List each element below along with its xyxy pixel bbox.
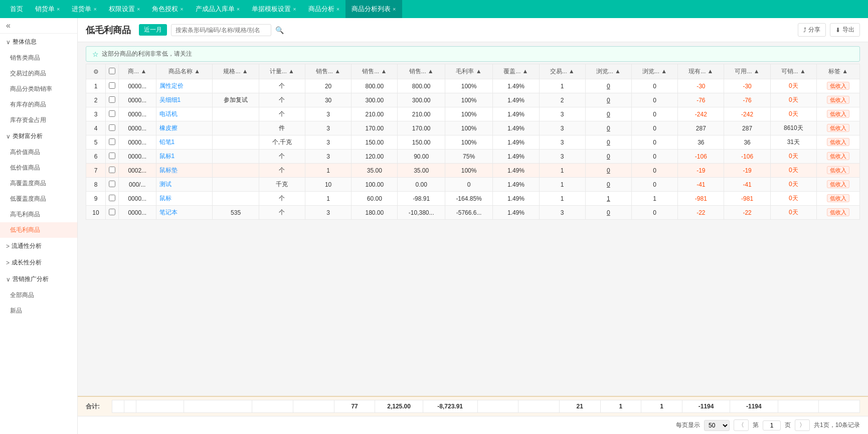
- row-view1[interactable]: 0: [585, 164, 631, 178]
- nav-close-icon[interactable]: ×: [57, 6, 60, 12]
- col-checkbox[interactable]: [106, 64, 119, 79]
- row-checkbox[interactable]: [109, 82, 115, 89]
- date-filter-btn[interactable]: 近一月: [139, 24, 167, 36]
- row-name[interactable]: 笔记本: [156, 206, 213, 220]
- view1-link[interactable]: 0: [607, 181, 610, 188]
- nav-item-单据模板设置[interactable]: 单据模板设置×: [246, 0, 302, 18]
- row-checkbox-cell[interactable]: [106, 150, 119, 164]
- row-checkbox[interactable]: [109, 138, 115, 145]
- nav-item-权限设置[interactable]: 权限设置×: [103, 0, 146, 18]
- row-checkbox-cell[interactable]: [106, 164, 119, 178]
- row-name[interactable]: 吴细细1: [156, 93, 213, 107]
- row-view1[interactable]: 0: [585, 93, 631, 107]
- nav-item-进货单[interactable]: 进货单×: [66, 0, 102, 18]
- sidebar-item-低覆盖度商品[interactable]: 低覆盖度商品: [0, 191, 77, 207]
- export-btn[interactable]: ⬇ 导出: [830, 23, 860, 37]
- sidebar-section-营销推广分析[interactable]: ∨ 营销推广分析: [0, 271, 77, 287]
- col-tag[interactable]: 标签 ▲: [816, 64, 859, 79]
- view1-link[interactable]: 0: [607, 83, 610, 90]
- col-view2[interactable]: 浏览... ▲: [631, 64, 677, 79]
- nav-close-icon[interactable]: ×: [237, 6, 240, 12]
- row-view1[interactable]: 0: [585, 121, 631, 135]
- row-checkbox[interactable]: [109, 181, 115, 187]
- row-name[interactable]: 铅笔1: [156, 135, 213, 150]
- nav-close-icon[interactable]: ×: [180, 6, 183, 12]
- col-unit[interactable]: 计量... ▲: [259, 64, 305, 79]
- col-sellable[interactable]: 可销... ▲: [770, 64, 816, 79]
- sidebar-item-高毛利商品[interactable]: 高毛利商品: [0, 207, 77, 222]
- row-name[interactable]: 电话机: [156, 107, 213, 121]
- row-checkbox[interactable]: [109, 195, 115, 201]
- view1-link[interactable]: 0: [607, 209, 610, 216]
- search-input[interactable]: [171, 24, 271, 36]
- row-name[interactable]: 鼠标1: [156, 150, 213, 164]
- row-checkbox[interactable]: [109, 110, 115, 117]
- sidebar-item-交易过的商品[interactable]: 交易过的商品: [0, 66, 77, 81]
- row-checkbox-cell[interactable]: [106, 206, 119, 220]
- col-current-stock[interactable]: 现有... ▲: [678, 64, 724, 79]
- nav-close-icon[interactable]: ×: [336, 6, 339, 12]
- row-checkbox[interactable]: [109, 153, 115, 159]
- nav-item-商品分析列表[interactable]: 商品分析列表×: [345, 0, 402, 18]
- row-view1[interactable]: 0: [585, 178, 631, 192]
- page-input[interactable]: [763, 420, 781, 430]
- view1-link[interactable]: 0: [607, 97, 610, 104]
- sidebar-item-商品分类助销率[interactable]: 商品分类助销率: [0, 81, 77, 97]
- row-view1[interactable]: 0: [585, 79, 631, 93]
- sidebar-section-类财富分析[interactable]: ∨ 类财富分析: [0, 128, 77, 144]
- sidebar-item-高价值商品[interactable]: 高价值商品: [0, 144, 77, 160]
- sidebar-item-销售类商品[interactable]: 销售类商品: [0, 50, 77, 66]
- nav-close-icon[interactable]: ×: [293, 6, 296, 12]
- row-checkbox-cell[interactable]: [106, 121, 119, 135]
- row-checkbox[interactable]: [109, 167, 115, 173]
- col-settings[interactable]: ⚙: [86, 64, 106, 79]
- row-checkbox-cell[interactable]: [106, 135, 119, 150]
- row-checkbox-cell[interactable]: [106, 178, 119, 192]
- nav-close-icon[interactable]: ×: [137, 6, 140, 12]
- row-name[interactable]: 橡皮擦: [156, 121, 213, 135]
- sidebar-section-整体信息[interactable]: ∨ 整体信息: [0, 34, 77, 50]
- nav-close-icon[interactable]: ×: [93, 6, 96, 12]
- row-checkbox[interactable]: [109, 209, 115, 215]
- per-page-select[interactable]: 50 100 200: [704, 420, 730, 431]
- sidebar-section-流通性分析[interactable]: > 流通性分析: [0, 238, 77, 254]
- sidebar-collapse-btn[interactable]: «: [4, 21, 13, 30]
- search-icon-btn[interactable]: 🔍: [275, 26, 284, 34]
- col-sales-qty[interactable]: 销售... ▲: [305, 64, 351, 79]
- view1-link[interactable]: 0: [607, 139, 610, 146]
- row-view1[interactable]: 0: [585, 135, 631, 150]
- row-name[interactable]: 鼠标垫: [156, 164, 213, 178]
- view1-link[interactable]: 0: [607, 111, 610, 118]
- sidebar-item-低毛利商品[interactable]: 低毛利商品: [0, 222, 77, 238]
- row-view1[interactable]: 0: [585, 206, 631, 220]
- prev-page-btn[interactable]: 〈: [734, 419, 749, 431]
- nav-item-角色授权[interactable]: 角色授权×: [146, 0, 189, 18]
- view1-link[interactable]: 0: [607, 167, 610, 174]
- row-view1[interactable]: 1: [585, 192, 631, 206]
- sidebar-item-低价值商品[interactable]: 低价值商品: [0, 160, 77, 176]
- sidebar-item-高覆盖度商品[interactable]: 高覆盖度商品: [0, 176, 77, 191]
- nav-item-首页[interactable]: 首页: [4, 0, 29, 18]
- col-sales-price[interactable]: 销售... ▲: [352, 64, 398, 79]
- nav-close-icon[interactable]: ×: [393, 6, 396, 12]
- row-checkbox[interactable]: [109, 96, 115, 103]
- row-checkbox-cell[interactable]: [106, 192, 119, 206]
- sidebar-item-库存资金占用[interactable]: 库存资金占用: [0, 112, 77, 128]
- nav-item-商品分析[interactable]: 商品分析×: [302, 0, 345, 18]
- nav-item-产成品入库单[interactable]: 产成品入库单×: [190, 0, 246, 18]
- table-container[interactable]: ⚙ 商... ▲ 商品名称 ▲ 规格... ▲ 计量... ▲ 销售... ▲ …: [78, 64, 868, 396]
- row-checkbox-cell[interactable]: [106, 93, 119, 107]
- row-view1[interactable]: 0: [585, 150, 631, 164]
- nav-item-销货单[interactable]: 销货单×: [29, 0, 66, 18]
- row-view1[interactable]: 0: [585, 107, 631, 121]
- row-checkbox-cell[interactable]: [106, 107, 119, 121]
- col-name[interactable]: 商品名称 ▲: [156, 64, 213, 79]
- row-name[interactable]: 测试: [156, 178, 213, 192]
- row-name[interactable]: 鼠标: [156, 192, 213, 206]
- col-code[interactable]: 商... ▲: [119, 64, 156, 79]
- col-available[interactable]: 可用... ▲: [724, 64, 770, 79]
- col-coverage[interactable]: 覆盖... ▲: [493, 64, 539, 79]
- next-page-btn[interactable]: 〉: [795, 419, 810, 431]
- col-sales-profit[interactable]: 销售... ▲: [398, 64, 445, 79]
- sidebar-item-全部商品[interactable]: 全部商品: [0, 287, 77, 303]
